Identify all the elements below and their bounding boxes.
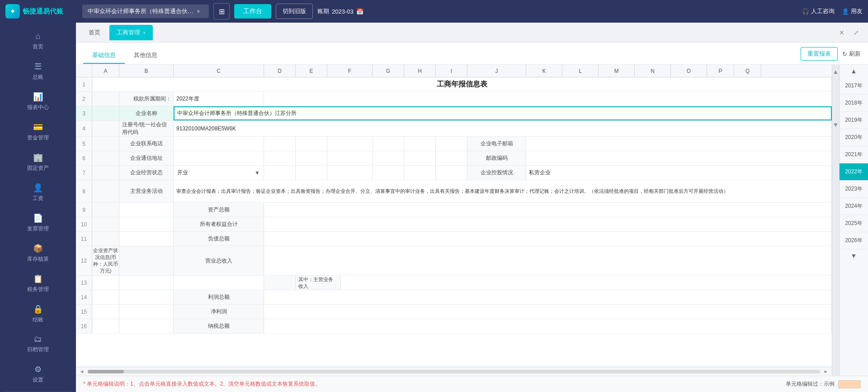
cell-6-k[interactable] [526, 151, 832, 165]
year-item-2021[interactable]: 2021年 [840, 146, 868, 163]
cell-11-c: 负债总额 [174, 232, 264, 246]
sidebar-label-inventory: 库存核算 [27, 255, 49, 263]
cell-5-g [373, 137, 404, 151]
cell-10-b [119, 217, 174, 231]
cell-7-k[interactable]: 私营企业 [526, 166, 832, 180]
company-selector[interactable]: 中审众环会计师事务所（特殊普通合伙… ▼ [82, 5, 209, 18]
cell-6-c[interactable] [174, 151, 264, 165]
col-header-a: A [92, 65, 119, 77]
business-status-value: 开业 [177, 169, 188, 177]
cell-2-c[interactable]: 2022年度 [174, 92, 264, 106]
cell-13-f[interactable] [341, 276, 832, 290]
cell-6-i [436, 151, 467, 165]
dropdown-arrow-icon[interactable]: ▼ [255, 170, 260, 176]
cell-3-c[interactable]: 中审众环会计师事务所（特殊普通合伙）江苏分所 [174, 106, 832, 120]
sidebar-item-close[interactable]: 🔒 结账 [0, 299, 76, 329]
sidebar-item-wages[interactable]: 👤 工资 [0, 177, 76, 208]
company-dropdown-arrow: ▼ [196, 9, 201, 14]
cell-5-i [436, 137, 467, 151]
cell-6-j: 邮政编码 [467, 151, 526, 165]
cell-7-i [436, 166, 467, 180]
year-item-2018[interactable]: 2018年 [840, 95, 868, 112]
cell-10-d[interactable] [264, 217, 832, 231]
table-row: 4 注册号/统一社会信用代码 91320100MA208E5W6K [76, 121, 832, 137]
period-label: 账期 [317, 7, 329, 15]
sidebar-item-home[interactable]: ⌂ 首页 [0, 26, 76, 56]
year-item-2020[interactable]: 2020年 [840, 129, 868, 146]
home-tab-label: 首页 [89, 29, 100, 36]
refresh-icon: ↻ [842, 51, 847, 57]
cell-15-d[interactable] [264, 305, 832, 319]
cell-6-g [373, 151, 404, 165]
subtab-basic[interactable]: 基础信息 [83, 48, 125, 64]
collapse-arrow-up[interactable]: ▲ [833, 68, 839, 75]
year-item-2026[interactable]: 2026年 [840, 232, 868, 249]
cell-7-b: 企业经营状态 [119, 166, 174, 180]
spreadsheet-main: A B C D E F G H I J K L M N O [76, 65, 832, 376]
archive-icon: 🗂 [34, 335, 42, 344]
sidebar-item-inventory[interactable]: 📦 库存核算 [0, 238, 76, 268]
subtab-other[interactable]: 其他信息 [125, 48, 166, 64]
year-nav-down[interactable]: ▼ [840, 249, 868, 262]
col-header-d: D [264, 65, 296, 77]
cell-5-c[interactable] [174, 137, 264, 151]
reset-report-button[interactable]: 重置报表 [801, 47, 838, 61]
year-item-2017[interactable]: 2017年 [840, 77, 868, 95]
tab-close-icon[interactable]: × [143, 30, 146, 35]
year-item-2023[interactable]: 2023年 [840, 181, 868, 198]
cell-5-d [264, 137, 296, 151]
cell-4-b: 注册号/统一社会信用代码 [119, 121, 174, 136]
bottom-scrollbar[interactable]: ◄ ► [76, 367, 832, 376]
home-icon: ⌂ [36, 32, 41, 41]
cell-16-d[interactable] [264, 319, 832, 333]
cell-6-h [404, 151, 436, 165]
sidebar-item-funds[interactable]: 💳 资金管理 [0, 117, 76, 147]
sidebar-label-tax: 税务管理 [27, 286, 49, 293]
company-icon-btn[interactable]: ⊞ [213, 3, 230, 19]
year-nav-up[interactable]: ▲ [840, 65, 868, 77]
col-header-m: M [599, 65, 635, 77]
cell-11-d[interactable] [264, 232, 832, 246]
sidebar-item-ledger[interactable]: ☰ 总账 [0, 56, 76, 86]
scroll-right-arrow[interactable]: ► [822, 369, 830, 374]
panel-collapse-button[interactable]: ▲ ▼ [832, 65, 839, 376]
year-item-2019[interactable]: 2019年 [840, 112, 868, 129]
cell-12-d[interactable] [264, 246, 832, 275]
cell-5-k[interactable] [526, 137, 832, 151]
user-area[interactable]: 👤 用友 [842, 7, 863, 15]
sidebar-item-archive[interactable]: 🗂 归档管理 [0, 329, 76, 359]
sidebar-item-assets[interactable]: 🏢 固定资产 [0, 147, 76, 177]
scroll-left-arrow[interactable]: ◄ [78, 369, 86, 374]
workbench-button[interactable]: 工作台 [234, 4, 271, 19]
cell-2-b: 税款所属期间： [119, 92, 174, 106]
row-num-15: 15 [76, 305, 92, 319]
cell-8-c[interactable]: 审查企业会计报表；出具审计报告；验证企业资本；出具验资报告；办理企业合开、分立、… [174, 180, 832, 202]
switch-version-button[interactable]: 切到旧版 [276, 4, 313, 19]
horizontal-scroll-thumb[interactable] [88, 370, 124, 373]
sidebar-item-reports[interactable]: 📊 报表中心 [0, 86, 76, 117]
year-item-2022[interactable]: 2022年 [840, 163, 868, 181]
year-item-2024[interactable]: 2024年 [840, 198, 868, 215]
wages-icon: 👤 [33, 183, 43, 193]
sidebar-item-settings[interactable]: ⚙ 设置 [0, 359, 76, 389]
calendar-icon[interactable]: 📅 [356, 8, 363, 15]
sidebar-item-invoices[interactable]: 📄 发票管理 [0, 208, 76, 238]
year-item-2025[interactable]: 2025年 [840, 215, 868, 232]
sidebar-item-tax[interactable]: 📋 税务管理 [0, 268, 76, 299]
horizontal-scroll-track[interactable] [88, 370, 820, 373]
title-cell[interactable]: 工商年报信息表 [92, 77, 832, 91]
cell-14-d[interactable] [264, 290, 832, 304]
service-button[interactable]: 🎧 人工咨询 [802, 7, 835, 15]
collapse-arrow-down[interactable]: ▼ [833, 121, 839, 128]
row-num-11: 11 [76, 232, 92, 246]
tab-home[interactable]: 首页 [81, 25, 108, 40]
window-close-button[interactable]: ✕ [835, 26, 848, 39]
tab-business-mgmt[interactable]: 工商管理 × [109, 25, 153, 40]
refresh-button[interactable]: ↻ 刷新 [842, 50, 861, 58]
service-label: 人工咨询 [811, 7, 835, 15]
cell-4-c[interactable]: 91320100MA208E5W6K [174, 121, 832, 136]
cell-7-c[interactable]: 开业 ▼ [174, 166, 264, 180]
cell-13-e: 其中：主营业务收入 [296, 276, 341, 290]
cell-9-d[interactable] [264, 203, 832, 217]
window-expand-button[interactable]: ⤢ [850, 26, 863, 39]
